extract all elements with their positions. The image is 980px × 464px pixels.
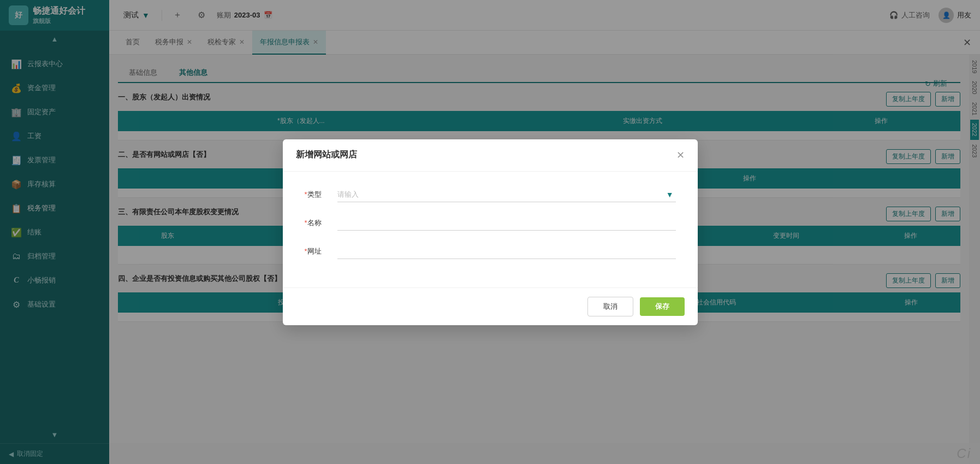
dialog-close-btn[interactable]: ✕ [676,149,685,161]
save-button[interactable]: 保存 [640,297,685,316]
name-required-mark: * [305,219,307,227]
url-input[interactable] [337,244,676,259]
dialog-footer: 取消 保存 [283,287,698,325]
name-label: *名称 [305,218,337,228]
type-label: *类型 [305,190,337,199]
dialog-body: *类型 ▼ *名称 *网址 [283,172,698,287]
form-row-type: *类型 ▼ [305,187,676,202]
name-input[interactable] [337,215,676,231]
url-required-mark: * [305,247,307,255]
type-required-mark: * [305,190,307,198]
url-input-wrap [337,244,676,259]
add-website-dialog: 新增网站或网店 ✕ *类型 ▼ *名称 [283,139,698,325]
url-label: *网址 [305,246,337,256]
type-input-wrap: ▼ [337,187,676,202]
dialog-overlay: 新增网站或网店 ✕ *类型 ▼ *名称 [0,0,980,464]
name-input-wrap [337,215,676,231]
type-input[interactable] [337,187,676,202]
cancel-button[interactable]: 取消 [587,297,633,316]
form-row-name: *名称 [305,215,676,231]
dialog-header: 新增网站或网店 ✕ [283,139,698,172]
form-row-url: *网址 [305,244,676,259]
dialog-title: 新增网站或网店 [296,149,357,161]
